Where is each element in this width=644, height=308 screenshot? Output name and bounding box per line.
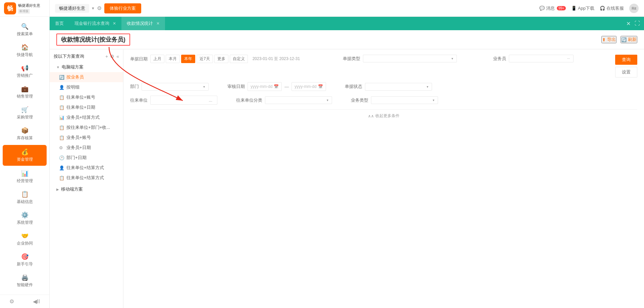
- filter-review-date-item: 审核日期 yyyy-mm-dd 📅 — yyyy-mm-dd 📅: [227, 82, 326, 91]
- tab-bank-flow[interactable]: 现金银行流水查询 ✕: [69, 17, 121, 30]
- tab-home[interactable]: 首页: [50, 17, 69, 30]
- scheme-panel: 按以下方案查询 + ⚙ « ▼ 电脑端方案 🔄 按业务员 👤: [50, 49, 123, 308]
- scheme-item-unit-settle2[interactable]: 📋 往来单位+结算方式: [50, 173, 123, 183]
- sales-icon: 💼: [21, 85, 29, 93]
- sidebar-collapse-icon[interactable]: ◀II: [33, 298, 40, 305]
- sidebar-item-hardware[interactable]: 🖨️ 智能硬件: [0, 270, 49, 291]
- doc-status-select[interactable]: ▾: [365, 83, 432, 91]
- scheme-item-unit-account[interactable]: 📋 往来单位+账号: [50, 92, 123, 102]
- sidebar-item-purchase[interactable]: 🛒 采购管理: [0, 103, 49, 123]
- sidebar-item-guide[interactable]: 🎯 新手引导: [0, 250, 49, 270]
- quick-nav-icon: 🏠: [21, 44, 29, 51]
- counterpart-select[interactable]: ...: [150, 96, 217, 105]
- business-type-select[interactable]: ▾: [371, 96, 438, 104]
- counterpart-cat-select[interactable]: ▾: [265, 96, 332, 104]
- sidebar-item-search[interactable]: 🔍 搜索菜单: [0, 19, 49, 40]
- scheme-item-dept-date[interactable]: 🕐 部门+日期: [50, 153, 123, 163]
- filter-counterpart-item: 往来单位 ...: [130, 96, 217, 105]
- header-settings-icon[interactable]: ⚙: [97, 5, 102, 11]
- refresh-btn[interactable]: 🔄 刷新: [621, 36, 637, 43]
- date-btn-custom[interactable]: 自定义: [230, 55, 248, 63]
- date-btn-last-month[interactable]: 上月: [150, 55, 164, 63]
- export-btn[interactable]: ⬆ 导出: [601, 36, 616, 43]
- page-title: 收款情况统计(按业务员): [61, 36, 125, 43]
- scheme-settings-icon[interactable]: ⚙: [110, 54, 114, 59]
- date-btn-more[interactable]: 更多: [214, 55, 228, 63]
- finance-icon: 💰: [21, 148, 29, 156]
- scheme-item-icon-9: 👤: [59, 165, 64, 170]
- sidebar-settings-icon[interactable]: ⚙: [9, 298, 14, 305]
- filter-counterpart-cat-item: 往来单位分类 ▾: [236, 96, 332, 104]
- mobile-group-label: 移动端方案: [61, 186, 83, 192]
- scheme-item-by-salesman[interactable]: 🔄 按业务员: [50, 72, 123, 82]
- scheme-item-icon-10: 📋: [59, 175, 64, 181]
- scheme-item-icon-0: 🔄: [59, 75, 64, 80]
- counterpart-dots[interactable]: ...: [207, 98, 214, 103]
- app-download[interactable]: 📱 App下载: [571, 5, 594, 11]
- sidebar-item-wechat[interactable]: 💬 企业微信: [0, 291, 49, 295]
- sidebar-item-finance[interactable]: 💰 资金管理: [3, 145, 47, 166]
- sidebar-item-quicknav[interactable]: 🏠 快捷导航: [0, 40, 49, 61]
- app-logo-icon: 畅: [4, 2, 16, 14]
- trial-btn[interactable]: 体验行业方案: [104, 3, 141, 13]
- sidebar-item-corp[interactable]: 🤝 企业协同: [0, 229, 49, 250]
- tab-maximize-icon[interactable]: ⛶: [635, 20, 640, 27]
- scheme-item-salesman-date[interactable]: ⚙ 业务员+日期: [50, 143, 123, 153]
- date-btn-this-month[interactable]: 本月: [166, 55, 180, 63]
- desktop-group-label: 电脑端方案: [62, 64, 84, 70]
- scheme-item-salesman-account[interactable]: 📋 业务员+账号: [50, 133, 123, 143]
- service-icon: 🎧: [600, 6, 605, 11]
- main-content: 收款情况统计(按业务员) ⬆ 导出 🔄 刷新 按以下方案查询 + ⚙ «: [50, 30, 644, 308]
- sidebar-item-marketing[interactable]: 📢 营销推广: [0, 61, 49, 82]
- sidebar-item-sales[interactable]: 💼 销售管理: [0, 82, 49, 103]
- tab-collection-stats[interactable]: 收款情况统计 ✕: [121, 17, 165, 30]
- review-date-end[interactable]: yyyy-mm-dd 📅: [291, 82, 326, 91]
- review-date-start[interactable]: yyyy-mm-dd 📅: [248, 82, 282, 91]
- sidebar-item-system[interactable]: ⚙️ 系统管理: [0, 208, 49, 229]
- content-area: 按以下方案查询 + ⚙ « ▼ 电脑端方案 🔄 按业务员 👤: [50, 49, 644, 308]
- salesman-select[interactable]: ···: [509, 55, 574, 62]
- date-sep: —: [284, 84, 289, 89]
- scheme-item-icon-8: 🕐: [59, 155, 64, 160]
- user-avatar[interactable]: Rit: [629, 4, 639, 13]
- settings-btn[interactable]: 设置: [615, 67, 637, 78]
- scheme-item-unit-date[interactable]: 📋 往来单位+日期: [50, 102, 123, 112]
- scheme-item-icon-5: 📋: [59, 125, 64, 130]
- date-btn-7days[interactable]: 近7天: [197, 55, 213, 63]
- dept-select[interactable]: ▾: [142, 83, 209, 91]
- message-badge: 99+: [557, 6, 566, 10]
- scheme-collapse-icon[interactable]: «: [116, 54, 119, 59]
- corp-icon: 🤝: [21, 232, 29, 240]
- sidebar-item-inventory[interactable]: 📦 库存核算: [0, 123, 49, 144]
- tab-bar-right: ✕ ⛶: [626, 17, 644, 30]
- tab-close-all-icon[interactable]: ✕: [626, 20, 631, 27]
- scheme-item-by-detail[interactable]: 👤 按明细: [50, 82, 123, 92]
- date-btn-this-year[interactable]: 本年: [181, 55, 195, 63]
- desktop-group-arrow: ▼: [56, 65, 60, 69]
- scheme-add-icon[interactable]: +: [105, 54, 108, 59]
- scheme-mobile-header[interactable]: ▶ 移动端方案: [50, 184, 123, 194]
- scheme-desktop-header[interactable]: ▼ 电脑端方案: [50, 62, 123, 72]
- calendar-icon-start: 📅: [274, 84, 279, 89]
- sidebar-item-operation[interactable]: 📊 经营管理: [0, 166, 49, 187]
- doc-type-select[interactable]: ▾: [363, 55, 457, 62]
- sidebar-nav: 🔍 搜索菜单 🏠 快捷导航 📢 营销推广 💼 销售管理 🛒 采购管理 📦 库存核…: [0, 17, 49, 295]
- top-header: 畅捷通好生意 ▾ ⚙ 体验行业方案 💬 消息 99+ 📱 App下载 🎧 在线客…: [50, 0, 644, 17]
- message-center[interactable]: 💬 消息 99+: [539, 5, 566, 11]
- app-download-icon: 📱: [571, 6, 577, 11]
- tab-collection-stats-close[interactable]: ✕: [156, 21, 160, 26]
- scheme-item-salesman-settle[interactable]: 📊 业务员+结算方式: [50, 112, 123, 122]
- guide-icon: 🎯: [21, 253, 29, 260]
- online-service[interactable]: 🎧 在线客服: [600, 5, 624, 11]
- operation-icon: 📊: [21, 170, 29, 177]
- scheme-item-unit-settle1[interactable]: 👤 往来单位+结算方式: [50, 163, 123, 173]
- tab-bank-flow-close[interactable]: ✕: [113, 21, 116, 26]
- scheme-item-unit-dept[interactable]: 📋 按往来单位+部门+收...: [50, 122, 123, 133]
- page-header: 收款情况统计(按业务员) ⬆ 导出 🔄 刷新: [50, 30, 644, 49]
- system-icon: ⚙️: [21, 211, 29, 219]
- collapse-btn[interactable]: ∧∧ 收起更多条件: [130, 113, 637, 119]
- sidebar-item-basic[interactable]: 📋 基础信息: [0, 187, 49, 208]
- app-name: 畅捷通好生意: [18, 3, 40, 8]
- header-dropdown-icon[interactable]: ▾: [92, 6, 94, 11]
- query-btn[interactable]: 查询: [615, 55, 637, 65]
